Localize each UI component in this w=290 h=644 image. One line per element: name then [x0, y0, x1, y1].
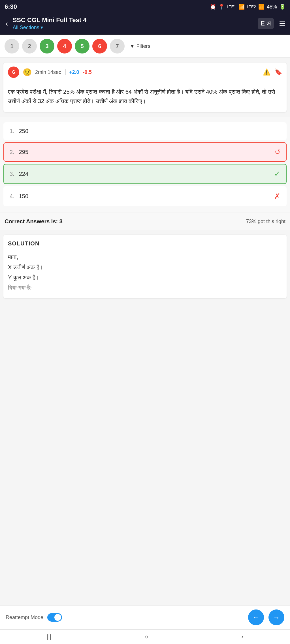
status-icons: ⏰ 📍 LTE1 📶 LTE2 📶 48% 🔋	[210, 4, 285, 10]
option-4[interactable]: 4. 150 ✗	[3, 186, 287, 206]
option-3-label: 3.	[10, 171, 14, 177]
option-4-label: 4.	[10, 193, 14, 200]
filter-button[interactable]: ▼ Filters	[130, 43, 150, 49]
solution-line-3: Y कुल अंक हैं।	[8, 274, 39, 281]
option-4-text: 150	[19, 193, 274, 200]
bookmark-icon[interactable]: 🔖	[274, 69, 282, 76]
header-left: ‹ SSC CGL Mini Full Test 4 All Sections …	[5, 16, 86, 31]
signal-icon-2: 📶	[258, 4, 265, 10]
prev-button[interactable]: ←	[248, 609, 264, 625]
header-title: SSC CGL Mini Full Test 4	[13, 16, 87, 24]
reattempt-section: Reattempt Mode	[6, 613, 62, 622]
solution-line-1: माना,	[8, 254, 18, 260]
solution-content: माना, X उत्तीर्ण अंक हैं। Y कुल अंक हैं।…	[8, 252, 282, 293]
header-title-group: SSC CGL Mini Full Test 4 All Sections ▾	[13, 16, 87, 31]
tab-4[interactable]: 4	[57, 39, 72, 54]
alarm-icon: ⏰	[210, 4, 216, 10]
solution-section: SOLUTION माना, X उत्तीर्ण अंक हैं। Y कुल…	[3, 235, 287, 298]
book-icon-button[interactable]: E अ	[258, 18, 274, 29]
solution-title: SOLUTION	[8, 240, 282, 247]
option-3[interactable]: 3. 224 ✓	[3, 164, 287, 184]
correct-answer-bar: Correct Answers Is: 3 73% got this right	[0, 213, 290, 230]
option-2-text: 295	[19, 149, 275, 155]
checkmark-icon: ✓	[274, 170, 280, 178]
option-3-text: 224	[19, 171, 274, 177]
solution-line-4: दिया गया है:	[8, 284, 32, 291]
status-time: 6:30	[5, 3, 17, 10]
status-bar: 6:30 ⏰ 📍 LTE1 📶 LTE2 📶 48% 🔋	[0, 0, 290, 14]
filter-icon: ▼	[130, 43, 135, 49]
question-number-tabs: 1 2 3 4 5 6 7 ▼ Filters	[0, 35, 290, 58]
options-container: 1. 250 2. 295 ↺ 3. 224 ✓ 4. 150 ✗	[0, 117, 290, 212]
marks-info: +2.0 -0.5	[69, 69, 92, 75]
header-right: E अ ☰	[258, 18, 285, 29]
correct-answer-label: Correct Answers Is: 3	[5, 218, 63, 225]
got-right-stat: 73% got this right	[246, 219, 285, 224]
tab-5[interactable]: 5	[75, 39, 89, 54]
meta-action-icons: ⚠️ 🔖	[263, 69, 282, 76]
android-menu-button[interactable]: |||	[46, 633, 51, 641]
toggle-knob	[54, 614, 61, 621]
question-number-badge: 6	[8, 67, 19, 78]
alert-icon[interactable]: ⚠️	[263, 69, 270, 76]
positive-marks: +2.0	[69, 69, 79, 75]
negative-marks: -0.5	[83, 69, 92, 75]
battery-indicator: 48%	[267, 4, 277, 10]
back-button[interactable]: ‹	[5, 18, 9, 29]
question-meta: 6 😟 2min 14sec +2.0 -0.5 ⚠️ 🔖	[3, 63, 287, 82]
redo-icon: ↺	[275, 148, 280, 156]
option-2-label: 2.	[10, 149, 14, 155]
question-card: 6 😟 2min 14sec +2.0 -0.5 ⚠️ 🔖 एक प्रवेश …	[3, 63, 287, 112]
menu-button[interactable]: ☰	[279, 19, 285, 28]
mood-icon: 😟	[23, 68, 32, 77]
signal-icon-1: 📶	[238, 4, 245, 10]
tab-1[interactable]: 1	[5, 39, 19, 54]
android-nav-bar: ||| ○ ‹	[0, 629, 290, 644]
android-home-button[interactable]: ○	[144, 633, 148, 641]
tab-6[interactable]: 6	[92, 39, 107, 54]
next-button[interactable]: →	[268, 609, 284, 625]
app-header: ‹ SSC CGL Mini Full Test 4 All Sections …	[0, 14, 290, 35]
solution-line-2: X उत्तीर्ण अंक हैं।	[8, 264, 43, 270]
all-sections-label: All Sections	[13, 25, 39, 31]
option-1-text: 250	[19, 128, 280, 134]
android-back-button[interactable]: ‹	[241, 633, 243, 641]
cross-icon: ✗	[274, 192, 280, 201]
tab-2[interactable]: 2	[22, 39, 37, 54]
battery-icon: 🔋	[279, 4, 285, 10]
filter-label: Filters	[137, 43, 150, 49]
reattempt-label: Reattempt Mode	[6, 615, 43, 621]
lte1-icon: LTE1	[227, 5, 236, 9]
option-1-label: 1.	[10, 128, 14, 134]
time-taken: 2min 14sec	[35, 69, 66, 75]
reattempt-toggle[interactable]	[47, 613, 62, 622]
question-text: एक प्रवेश परीक्षा में, तिवारी 25% अंक प्…	[3, 82, 287, 112]
bottom-bar: Reattempt Mode ← →	[0, 605, 290, 629]
option-2[interactable]: 2. 295 ↺	[3, 142, 287, 162]
tab-3[interactable]: 3	[40, 39, 54, 54]
location-icon: 📍	[218, 4, 225, 10]
dropdown-chevron-icon: ▾	[40, 24, 43, 31]
navigation-buttons: ← →	[248, 609, 284, 625]
all-sections-dropdown[interactable]: All Sections ▾	[13, 24, 87, 31]
lte2-icon: LTE2	[247, 5, 256, 9]
divider	[3, 230, 287, 230]
option-1[interactable]: 1. 250	[3, 122, 287, 140]
tab-7[interactable]: 7	[110, 39, 125, 54]
